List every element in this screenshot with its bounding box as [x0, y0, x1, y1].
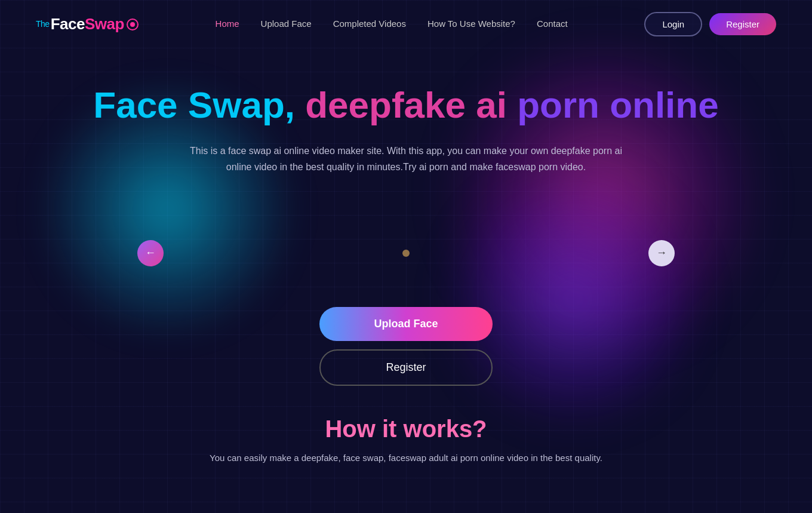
logo-swap: Swap	[85, 15, 124, 33]
register-button[interactable]: Register	[709, 13, 776, 35]
login-button[interactable]: Login	[644, 12, 702, 36]
hero-title-part1: Face Swap,	[93, 84, 295, 125]
logo-the: The	[36, 19, 50, 29]
how-it-works-section: How it works? You can easily make a deep…	[0, 416, 812, 465]
hero-description: This is a face swap ai online video make…	[185, 143, 627, 175]
how-it-works-title: How it works?	[12, 416, 800, 443]
nav-item-contact[interactable]: Contact	[537, 19, 568, 29]
nav-links: Home Upload Face Completed Videos How To…	[216, 19, 568, 29]
nav-item-how-to-use[interactable]: How To Use Website?	[427, 19, 515, 29]
nav-buttons: Login Register	[644, 12, 776, 36]
hero-section: Face Swap, deepfake ai porn online This …	[0, 48, 812, 176]
how-it-works-description: You can easily make a deepfake, face swa…	[161, 451, 651, 465]
hero-title-part3: porn online	[507, 84, 719, 125]
hero-title-part2: deepfake ai	[295, 84, 507, 125]
nav-link-home[interactable]: Home	[216, 19, 239, 29]
nav-item-home[interactable]: Home	[216, 19, 239, 29]
cta-buttons: Upload Face Register	[0, 307, 812, 386]
nav-link-how-to-use[interactable]: How To Use Website?	[427, 19, 515, 29]
logo-face: Face	[51, 15, 85, 33]
nav-link-completed-videos[interactable]: Completed Videos	[333, 19, 406, 29]
register-main-button[interactable]: Register	[319, 349, 493, 386]
logo-icon	[127, 19, 139, 30]
carousel: ← →	[137, 205, 675, 301]
carousel-prev-button[interactable]: ←	[137, 240, 164, 266]
site-logo[interactable]: TheFaceSwap	[36, 15, 139, 33]
carousel-next-button[interactable]: →	[648, 240, 675, 266]
hero-title: Face Swap, deepfake ai porn online	[12, 84, 800, 126]
nav-link-contact[interactable]: Contact	[537, 19, 568, 29]
navbar: TheFaceSwap Home Upload Face Completed V…	[0, 0, 812, 48]
nav-link-upload-face[interactable]: Upload Face	[261, 19, 312, 29]
nav-item-completed-videos[interactable]: Completed Videos	[333, 19, 406, 29]
nav-item-upload-face[interactable]: Upload Face	[261, 19, 312, 29]
upload-face-button[interactable]: Upload Face	[319, 307, 493, 341]
carousel-dot	[402, 250, 410, 257]
